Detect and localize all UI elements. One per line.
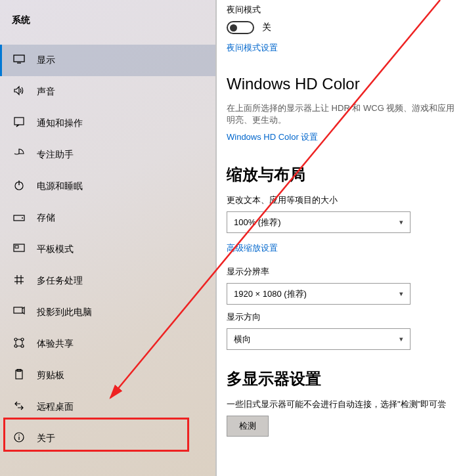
hdcolor-desc: 在上面所选择的显示器上让 HDR 和 WCG 视频、游戏和应用明亮、更生动。	[227, 102, 462, 126]
label: 关于	[37, 433, 55, 444]
night-mode-toggle[interactable]	[227, 21, 254, 34]
label: 剪贴板	[37, 370, 64, 381]
focus-icon	[12, 148, 26, 162]
multi-heading: 多显示器设置	[227, 368, 462, 389]
label: 投影到此电脑	[37, 307, 92, 318]
label: 专注助手	[37, 149, 74, 161]
sidebar-list: 显示 声音 通知和操作 专注助手 电源和睡眠	[0, 32, 215, 454]
text-size-value: 100% (推荐)	[234, 217, 281, 228]
chevron-down-icon: ▾	[399, 218, 403, 227]
label: 声音	[37, 86, 55, 98]
label: 通知和操作	[37, 118, 83, 129]
sidebar-item-multitask[interactable]: 多任务处理	[0, 265, 215, 297]
svg-rect-13	[14, 307, 22, 313]
night-mode-state: 关	[262, 22, 271, 33]
advanced-scale-link[interactable]: 高级缩放设置	[227, 242, 278, 254]
sidebar-item-focus[interactable]: 专注助手	[0, 139, 215, 171]
label: 体验共享	[37, 338, 74, 350]
svg-point-16	[14, 345, 17, 347]
orientation-value: 横向	[234, 334, 251, 345]
chevron-down-icon: ▾	[399, 335, 403, 343]
svg-point-21	[18, 435, 20, 436]
sidebar-item-storage[interactable]: 存储	[0, 202, 215, 234]
sidebar-item-project[interactable]: 投影到此电脑	[0, 297, 215, 328]
night-mode-settings-link[interactable]: 夜间模式设置	[227, 42, 278, 54]
svg-point-14	[14, 338, 17, 341]
label: 多任务处理	[37, 275, 83, 287]
label: 电源和睡眠	[37, 181, 83, 192]
label: 存储	[37, 212, 55, 224]
sidebar: 系统 显示 声音 通知和操作 专注助手	[0, 0, 217, 476]
clipboard-icon	[12, 369, 26, 382]
chevron-down-icon: ▾	[399, 290, 403, 298]
label: 显示	[37, 54, 55, 66]
sidebar-item-about[interactable]: 关于	[0, 423, 215, 454]
orientation-dropdown[interactable]: 横向 ▾	[227, 328, 411, 350]
multitask-icon	[12, 274, 26, 288]
display-icon	[12, 54, 26, 66]
label: 远程桌面	[37, 401, 74, 413]
multi-desc: 一些旧式显示器可能不会进行自动连接，选择"检测"即可尝	[227, 399, 462, 410]
info-icon	[12, 432, 26, 445]
main-content: 夜间模式 关 夜间模式设置 Windows HD Color 在上面所选择的显示…	[227, 0, 467, 476]
resolution-dropdown[interactable]: 1920 × 1080 (推荐) ▾	[227, 283, 411, 305]
svg-point-6	[22, 217, 23, 219]
svg-rect-8	[15, 246, 18, 248]
resolution-label: 显示分辨率	[227, 266, 462, 278]
sidebar-item-tablet[interactable]: 平板模式	[0, 234, 215, 265]
hdcolor-link[interactable]: Windows HD Color 设置	[227, 131, 318, 143]
svg-point-17	[21, 345, 24, 347]
label: 平板模式	[37, 244, 74, 255]
sidebar-item-display[interactable]: 显示	[0, 45, 215, 76]
notification-icon	[12, 117, 26, 130]
storage-icon	[12, 212, 26, 224]
night-mode-label: 夜间模式	[227, 4, 462, 16]
tablet-icon	[12, 244, 26, 255]
hdcolor-heading: Windows HD Color	[227, 75, 462, 93]
sidebar-item-share[interactable]: 体验共享	[0, 328, 215, 360]
sidebar-item-clipboard[interactable]: 剪贴板	[0, 360, 215, 391]
svg-point-15	[21, 338, 24, 341]
sidebar-item-notifications[interactable]: 通知和操作	[0, 108, 215, 139]
scale-heading: 缩放与布局	[227, 164, 462, 185]
power-icon	[12, 180, 26, 193]
resolution-value: 1920 × 1080 (推荐)	[234, 288, 307, 300]
sound-icon	[12, 85, 26, 98]
sidebar-title: 系统	[0, 0, 215, 32]
text-size-label: 更改文本、应用等项目的大小	[227, 194, 462, 206]
svg-rect-2	[14, 118, 24, 125]
orientation-label: 显示方向	[227, 311, 462, 323]
detect-button[interactable]: 检测	[227, 416, 269, 437]
share-icon	[12, 337, 26, 351]
sidebar-item-power[interactable]: 电源和睡眠	[0, 171, 215, 202]
sidebar-item-sound[interactable]: 声音	[0, 76, 215, 108]
text-size-dropdown[interactable]: 100% (推荐) ▾	[227, 211, 411, 233]
remote-icon	[12, 400, 26, 414]
svg-rect-0	[14, 55, 24, 62]
sidebar-item-remote[interactable]: 远程桌面	[0, 391, 215, 423]
project-icon	[12, 307, 26, 318]
